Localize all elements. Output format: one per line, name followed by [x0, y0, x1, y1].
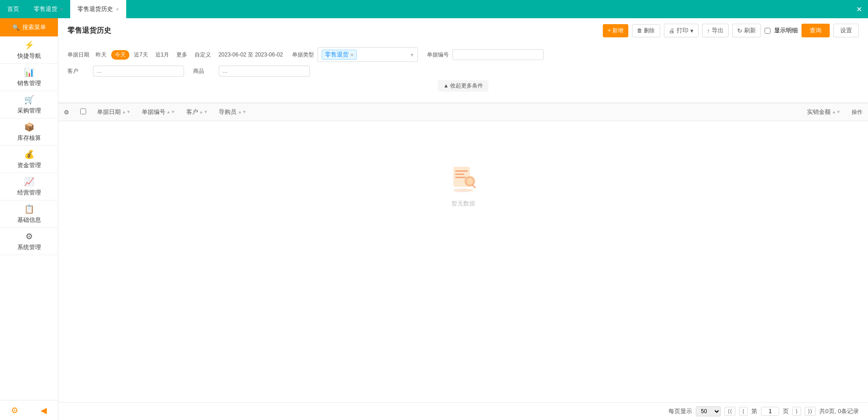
- prev-page-button[interactable]: ⟨: [739, 407, 748, 416]
- basic-info-icon: 📋: [24, 204, 34, 214]
- sidebar-item-inventory[interactable]: 📦库存核算: [0, 118, 58, 146]
- delete-button[interactable]: 🗑 删除: [632, 24, 660, 37]
- sales-icon: 📊: [24, 67, 34, 77]
- customer-label: 客户: [67, 67, 90, 75]
- sidebar-item-label-sales: 销售管理: [17, 79, 41, 87]
- doc-no-filter: 单据编号: [427, 49, 544, 60]
- date-opt-last7[interactable]: 近7天: [131, 50, 151, 60]
- sidebar-item-basic-info[interactable]: 📋基础信息: [0, 200, 58, 228]
- print-icon: 🖨: [669, 27, 675, 34]
- export-label: 导出: [712, 26, 724, 35]
- collapse-button[interactable]: ▲ 收起更多条件: [438, 80, 488, 92]
- svg-point-0: [453, 189, 473, 192]
- date-opt-last-month[interactable]: 近1月: [153, 50, 172, 60]
- tab-list: 首页零售退货×零售退货历史×: [0, 0, 850, 18]
- col-doc-date-sort[interactable]: 单据日期 ▲▼: [97, 108, 131, 116]
- pagination-bar: 每页显示 50 10 20 100 ⟨⟨ ⟨ 第 页 ⟩ ⟩⟩ 共0页, 0条记…: [58, 402, 868, 420]
- sidebar-item-sales[interactable]: 📊销售管理: [0, 64, 58, 91]
- sidebar-item-purchase[interactable]: 🛒采购管理: [0, 91, 58, 118]
- print-label: 打印: [677, 26, 688, 35]
- col-action: 操作: [846, 103, 868, 121]
- col-spacer: [252, 103, 801, 121]
- query-button[interactable]: 查询: [801, 24, 830, 37]
- quick-nav-icon: ⚡: [24, 40, 34, 50]
- page-number-input[interactable]: [761, 407, 779, 416]
- sidebar-item-finance[interactable]: 💰资金管理: [0, 146, 58, 173]
- sidebar-item-label-system: 系统管理: [17, 243, 41, 251]
- doc-type-label: 单据类型: [292, 51, 315, 59]
- table-header-row: ⚙ 单据日期 ▲▼ 单据编号: [58, 103, 868, 121]
- sidebar-item-quick-nav[interactable]: ⚡快捷导航: [0, 36, 58, 64]
- refresh-button[interactable]: ↻ 刷新: [732, 24, 761, 37]
- customer-filter: 客户: [67, 66, 184, 77]
- doc-no-input[interactable]: [452, 49, 544, 60]
- col-doc-date: 单据日期 ▲▼: [92, 103, 136, 121]
- tab-retail-return[interactable]: 零售退货×: [26, 0, 70, 18]
- sidebar-search-button[interactable]: 🔍 搜索菜单: [0, 18, 58, 36]
- col-actual-amount-sort[interactable]: 实销金额 ▲▼: [807, 108, 841, 116]
- doc-type-tag-text: 零售退货: [325, 51, 349, 59]
- date-opt-custom[interactable]: 自定义: [192, 50, 214, 60]
- page-size-select[interactable]: 50 10 20 100: [696, 406, 721, 416]
- filter-row-2: 客户 商品: [67, 66, 859, 77]
- sidebar-item-label-basic-info: 基础信息: [17, 216, 41, 224]
- sidebar-item-operations[interactable]: 📈经营管理: [0, 173, 58, 200]
- show-detail-checkbox[interactable]: [765, 28, 770, 34]
- top-bar: 首页零售退货×零售退货历史× ✕: [0, 0, 868, 18]
- sidebar-item-label-finance: 资金管理: [17, 161, 41, 169]
- amount-sort-icon: ▲▼: [832, 110, 841, 114]
- sidebar-collapse-button[interactable]: ◀: [41, 405, 47, 415]
- doc-no-label: 单据编号: [427, 51, 450, 59]
- next-page-button[interactable]: ⟩: [792, 407, 801, 416]
- tab-close-retail-return[interactable]: ×: [60, 6, 63, 12]
- doc-type-tag: 零售退货 ×: [322, 50, 357, 60]
- page-unit: 页: [783, 407, 789, 415]
- col-settings: ⚙: [58, 103, 75, 121]
- content-area: 零售退货历史 + 新增 🗑 删除 🖨 打印 ▾ ↑ 导出 ↻: [58, 18, 868, 420]
- finance-icon: 💰: [24, 149, 34, 159]
- guide-sort-icon: ▲▼: [237, 110, 247, 114]
- date-opt-more[interactable]: 更多: [174, 50, 190, 60]
- export-button[interactable]: ↑ 导出: [702, 24, 729, 37]
- sidebar-search-label: 搜索菜单: [22, 23, 46, 31]
- total-label: 共0页, 0条记录: [819, 407, 859, 415]
- col-customer-sort[interactable]: 客户 ▲▼: [186, 108, 208, 116]
- doc-type-tag-close[interactable]: ×: [350, 51, 354, 58]
- doc-date-sort-icon: ▲▼: [122, 110, 131, 114]
- window-close-button[interactable]: ✕: [850, 0, 868, 18]
- sidebar: 🔍 搜索菜单 ⚡快捷导航📊销售管理🛒采购管理📦库存核算💰资金管理📈经营管理📋基础…: [0, 18, 58, 420]
- date-opt-yesterday[interactable]: 昨天: [93, 50, 109, 60]
- doc-type-select[interactable]: 零售退货 × ▾: [318, 47, 418, 62]
- new-button[interactable]: + 新增: [603, 24, 628, 37]
- filter-row-1: 单据日期 昨天 今天 近7天 近1月 更多 自定义 2023-06-02 至 2…: [67, 47, 859, 62]
- customer-input[interactable]: [93, 66, 184, 77]
- show-detail-checkbox-label[interactable]: 显示明细: [765, 26, 798, 35]
- tab-retail-return-history[interactable]: 零售退货历史×: [70, 0, 126, 18]
- data-table: ⚙ 单据日期 ▲▼ 单据编号: [58, 103, 868, 244]
- tab-home[interactable]: 首页: [0, 0, 26, 18]
- col-guide-sort[interactable]: 导购员 ▲▼: [219, 108, 247, 116]
- sidebar-item-label-inventory: 库存核算: [17, 134, 41, 142]
- date-opt-today[interactable]: 今天: [111, 50, 129, 60]
- main-layout: 🔍 搜索菜单 ⚡快捷导航📊销售管理🛒采购管理📦库存核算💰资金管理📈经营管理📋基础…: [0, 18, 868, 420]
- sidebar-item-label-purchase: 采购管理: [17, 107, 41, 115]
- doc-type-filter: 单据类型 零售退货 × ▾: [292, 47, 418, 62]
- select-all-checkbox[interactable]: [80, 108, 86, 114]
- table-container: ⚙ 单据日期 ▲▼ 单据编号: [58, 103, 868, 402]
- print-button[interactable]: 🖨 打印 ▾: [664, 24, 699, 37]
- col-guide: 导购员 ▲▼: [213, 103, 252, 121]
- toolbar: + 新增 🗑 删除 🖨 打印 ▾ ↑ 导出 ↻ 刷新: [603, 24, 859, 37]
- date-filter-label: 单据日期: [67, 51, 90, 59]
- col-doc-no-sort[interactable]: 单据编号 ▲▼: [142, 108, 175, 116]
- tab-close-retail-return-history[interactable]: ×: [116, 6, 118, 12]
- date-options: 昨天 今天 近7天 近1月 更多 自定义: [93, 50, 214, 60]
- goods-input[interactable]: [219, 66, 310, 77]
- first-page-button[interactable]: ⟨⟨: [724, 407, 735, 416]
- table-settings-icon[interactable]: ⚙: [64, 109, 69, 116]
- empty-state-label: 暂无数据: [452, 200, 475, 208]
- sidebar-item-system[interactable]: ⚙系统管理: [0, 228, 58, 255]
- sidebar-settings-button[interactable]: ⚙: [11, 405, 18, 415]
- last-page-button[interactable]: ⟩⟩: [805, 407, 816, 416]
- customer-sort-icon: ▲▼: [199, 110, 208, 114]
- setting-button[interactable]: 设置: [833, 24, 859, 37]
